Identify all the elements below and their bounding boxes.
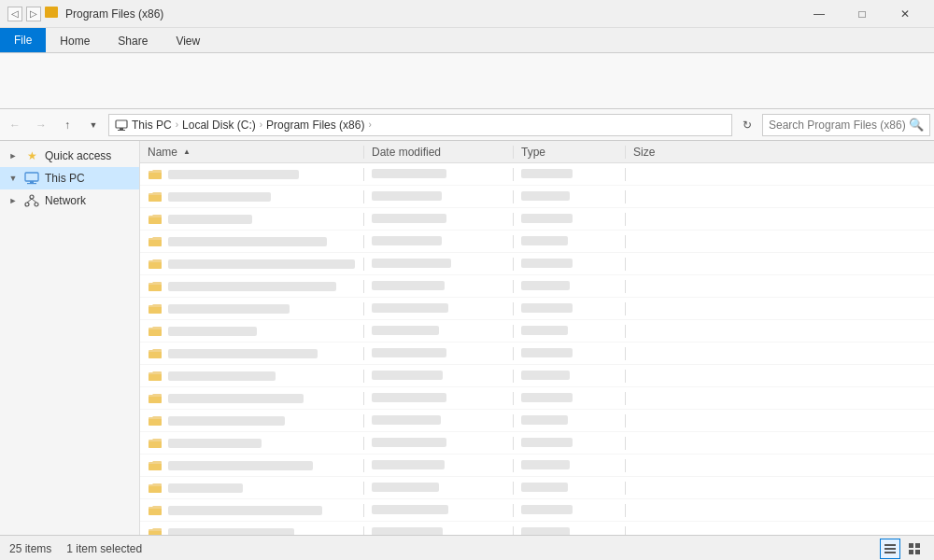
- row-date-blurred: [364, 392, 514, 405]
- row-name-blurred: [140, 347, 364, 360]
- back-button[interactable]: ←: [4, 114, 26, 136]
- svg-point-8: [35, 203, 38, 206]
- row-date-blurred: [364, 325, 514, 338]
- row-name-blurred: [140, 258, 364, 271]
- file-row[interactable]: [140, 477, 934, 499]
- breadcrumb-thispc[interactable]: This PC: [132, 119, 172, 132]
- blurred-name: [168, 327, 257, 336]
- forward-button[interactable]: →: [30, 114, 52, 136]
- row-date-blurred: [364, 168, 514, 181]
- row-name-blurred: [140, 235, 364, 248]
- col-header-name[interactable]: Name ▲: [140, 146, 364, 159]
- row-date-blurred: [364, 347, 514, 360]
- search-box[interactable]: 🔍: [762, 114, 930, 136]
- blurred-name: [168, 483, 243, 493]
- blurred-name: [168, 170, 299, 179]
- svg-rect-14: [909, 543, 913, 548]
- svg-rect-1: [120, 128, 123, 130]
- refresh-button[interactable]: ↻: [736, 114, 758, 136]
- recent-button[interactable]: ▼: [82, 114, 105, 136]
- col-header-date[interactable]: Date modified: [364, 146, 514, 159]
- blurred-name: [168, 282, 336, 291]
- folder-icon-blurred: [148, 347, 163, 360]
- row-type-blurred: [514, 235, 626, 248]
- file-row[interactable]: [140, 298, 934, 320]
- file-row[interactable]: [140, 186, 934, 208]
- row-type-blurred: [514, 325, 626, 338]
- folder-icon-blurred: [148, 504, 163, 517]
- address-bar: ← → ↑ ▼ This PC › Local Disk (C:) › Prog…: [0, 109, 934, 141]
- main-area: ► ★ Quick access ▼ This PC ► Network Nam…: [0, 141, 934, 535]
- folder-icon: [45, 7, 58, 18]
- row-name-blurred: [140, 190, 364, 203]
- row-type-blurred: [514, 258, 626, 271]
- file-row[interactable]: [140, 253, 934, 275]
- file-row[interactable]: [140, 208, 934, 231]
- row-type-blurred: [514, 504, 626, 517]
- blurred-name: [168, 461, 313, 470]
- row-date-blurred: [364, 190, 514, 203]
- folder-icon-blurred: [148, 482, 163, 495]
- sep3: ›: [368, 119, 371, 130]
- file-row[interactable]: [140, 387, 934, 410]
- tab-share[interactable]: Share: [104, 30, 162, 52]
- sort-arrow: ▲: [183, 147, 191, 156]
- breadcrumb-programfiles[interactable]: Program Files (x86): [266, 119, 364, 132]
- row-type-blurred: [514, 437, 626, 450]
- row-name-blurred: [140, 526, 364, 536]
- col-header-size[interactable]: Size: [626, 146, 700, 159]
- folder-icon-blurred: [148, 392, 163, 405]
- svg-rect-2: [118, 130, 125, 131]
- file-row[interactable]: [140, 275, 934, 298]
- file-row[interactable]: [140, 432, 934, 455]
- row-name-blurred: [140, 437, 364, 450]
- view-details-button[interactable]: [880, 539, 900, 559]
- view-controls: [880, 539, 925, 559]
- view-large-button[interactable]: [904, 539, 925, 559]
- svg-rect-13: [884, 552, 896, 553]
- file-row[interactable]: [140, 343, 934, 365]
- col-header-type[interactable]: Type: [514, 146, 626, 159]
- sidebar-item-network[interactable]: ► Network: [0, 189, 139, 212]
- file-list-container[interactable]: Name ▲ Date modified Type Size: [140, 141, 934, 535]
- title-bar: ◁ ▷ Program Files (x86) — □ ✕: [0, 0, 934, 28]
- tab-file[interactable]: File: [0, 28, 46, 52]
- file-row[interactable]: [140, 320, 934, 343]
- tab-view[interactable]: View: [162, 30, 214, 52]
- file-row[interactable]: [140, 163, 934, 186]
- breadcrumb-localdisk[interactable]: Local Disk (C:): [182, 119, 256, 132]
- file-row[interactable]: [140, 410, 934, 432]
- folder-icon-blurred: [148, 325, 163, 338]
- row-type-blurred: [514, 280, 626, 293]
- sidebar-item-quickaccess[interactable]: ► ★ Quick access: [0, 145, 139, 167]
- file-row[interactable]: [140, 365, 934, 387]
- row-date-blurred: [364, 459, 514, 472]
- star-icon: ★: [24, 148, 39, 163]
- sep2: ›: [260, 119, 262, 130]
- svg-rect-15: [915, 543, 920, 548]
- tab-home[interactable]: Home: [46, 30, 104, 52]
- search-input[interactable]: [769, 119, 905, 132]
- blurred-name: [168, 304, 290, 314]
- file-row[interactable]: [140, 522, 934, 535]
- svg-rect-17: [915, 550, 920, 554]
- close-button[interactable]: ✕: [884, 0, 927, 28]
- row-type-blurred: [514, 302, 626, 315]
- sep1: ›: [176, 119, 178, 130]
- address-path[interactable]: This PC › Local Disk (C:) › Program File…: [108, 114, 732, 136]
- file-row[interactable]: [140, 455, 934, 477]
- row-name-blurred: [140, 482, 364, 495]
- up-button[interactable]: ↑: [56, 114, 78, 136]
- minimize-button[interactable]: —: [798, 0, 841, 28]
- sidebar-item-thispc[interactable]: ▼ This PC: [0, 167, 139, 189]
- forward-nav-icon[interactable]: ▷: [26, 7, 41, 21]
- row-type-blurred: [514, 392, 626, 405]
- address-actions: ↻: [736, 114, 758, 136]
- folder-icon-blurred: [148, 437, 163, 450]
- row-date-blurred: [364, 414, 514, 427]
- file-row[interactable]: [140, 499, 934, 522]
- maximize-button[interactable]: □: [841, 0, 884, 28]
- back-nav-icon[interactable]: ◁: [7, 7, 22, 21]
- pc-small-icon: [115, 119, 128, 132]
- file-row[interactable]: [140, 231, 934, 253]
